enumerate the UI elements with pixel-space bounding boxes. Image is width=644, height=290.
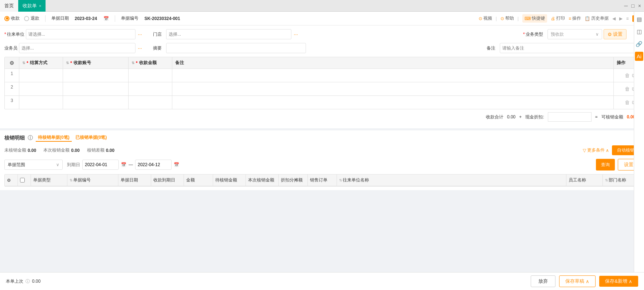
bth-gear[interactable]: ⚙ bbox=[5, 175, 18, 186]
print-btn[interactable]: 🖨 打印 bbox=[551, 15, 565, 21]
shop-more-btn[interactable]: ··· bbox=[293, 31, 299, 37]
summary-label: 摘要 bbox=[153, 45, 162, 51]
nav-prev-icon[interactable]: ◀ bbox=[612, 16, 616, 21]
sidebar-table-icon[interactable]: ▤ bbox=[635, 15, 643, 24]
business-dropdown[interactable]: 预收款 ∨ bbox=[547, 29, 602, 39]
radio-receive[interactable]: 收款 bbox=[4, 15, 20, 21]
row-1-account[interactable] bbox=[63, 69, 129, 82]
layout-list-icon[interactable]: ≡ bbox=[626, 16, 629, 21]
row-1-amount[interactable] bbox=[129, 69, 172, 82]
staff-label: 业务员 bbox=[4, 45, 17, 51]
row-1-payment[interactable] bbox=[19, 69, 63, 82]
gear-icon: ⚙ bbox=[608, 32, 612, 37]
select-all-checkbox[interactable] bbox=[20, 178, 25, 183]
query-btn[interactable]: 查询 bbox=[596, 159, 615, 171]
bth-pending: 待核销金额 bbox=[213, 175, 246, 186]
table-gear-icon[interactable]: ⚙ bbox=[9, 60, 14, 66]
video-btn[interactable]: ⊙ 视频 bbox=[479, 15, 492, 21]
btable-gear-icon[interactable]: ⚙ bbox=[7, 178, 11, 183]
range-select[interactable]: 单据范围 ∨ bbox=[4, 160, 63, 170]
shop-input[interactable] bbox=[166, 29, 291, 39]
sidebar-link-icon[interactable]: 🔗 bbox=[634, 39, 644, 49]
filter-icon: ▽ bbox=[583, 148, 586, 153]
row-2-delete-icon[interactable]: 🗑 bbox=[625, 86, 630, 92]
toolbar: 收款 退款 单据日期 2023-03-24 📅 单据编号 SK-20230324… bbox=[0, 12, 644, 26]
print-icon: 🖨 bbox=[551, 16, 555, 21]
col-amount: ⇅ * 收款金额 bbox=[129, 57, 172, 68]
tab-done[interactable]: 已核销单据(0笔) bbox=[73, 134, 109, 142]
cal-icon-to[interactable]: 📅 bbox=[174, 162, 179, 167]
tab-home[interactable]: 首页 bbox=[0, 0, 18, 12]
business-field: *业务类型 预收款 ∨ ⚙ 设置 bbox=[523, 29, 640, 39]
nav-next-icon[interactable]: ▶ bbox=[619, 16, 623, 21]
reconcile-info-icon[interactable]: ⓘ bbox=[28, 135, 33, 141]
col-payment: ⇅ * 结算方式 bbox=[19, 57, 63, 68]
operation-btn[interactable]: ≡ 操作 bbox=[569, 15, 581, 21]
bottom-table-header: ⚙ 单据类型 ⇅ 单据编号 单据日期 收款到期日 金额 待核销金额 bbox=[5, 175, 639, 186]
reconcile-section: 核销明细 ⓘ 待核销单据(0笔) 已核销单据(0笔) 未核销金额 0.00 本次… bbox=[0, 130, 644, 190]
form-row-2: 业务员 ··· 摘要 备注 bbox=[4, 43, 640, 53]
bth-partner: ⇅ 往来单位名称 bbox=[337, 175, 566, 186]
date-label: 单据日期 bbox=[51, 15, 69, 21]
row-1-delete-icon[interactable]: 🗑 bbox=[625, 72, 630, 78]
main-form: *往来单位 ··· 门店 ··· *业务类型 预收款 ∨ ⚙ 设置 业务员 ··… bbox=[0, 26, 644, 130]
staff-input[interactable] bbox=[19, 43, 136, 53]
row-3-account[interactable] bbox=[63, 96, 129, 109]
stat-this-reconcile: 本次核销金额 0.00 bbox=[43, 147, 79, 153]
business-setting-btn[interactable]: ⚙ 设置 bbox=[604, 29, 627, 39]
radio-refund[interactable]: 退款 bbox=[24, 15, 39, 21]
calendar-icon[interactable]: 📅 bbox=[103, 16, 109, 21]
sidebar-ai-icon[interactable]: Ai bbox=[635, 52, 643, 61]
partner-more-btn[interactable]: ··· bbox=[137, 31, 143, 37]
help-btn[interactable]: ⊙ 帮助 bbox=[500, 15, 514, 21]
maximize-icon[interactable]: □ bbox=[631, 3, 634, 9]
chevron-up-icon: ∧ bbox=[606, 148, 609, 153]
sidebar-doc-icon[interactable]: ◫ bbox=[635, 27, 643, 36]
minimize-icon[interactable]: ─ bbox=[624, 3, 628, 9]
row-2-payment[interactable] bbox=[19, 82, 63, 95]
cal-icon-from[interactable]: 📅 bbox=[121, 162, 126, 167]
discount-input[interactable] bbox=[548, 112, 592, 122]
more-conditions-btn[interactable]: ▽ 更多条件 ∧ bbox=[583, 147, 609, 153]
row-2-remark[interactable] bbox=[172, 82, 614, 95]
row-3-delete-icon[interactable]: 🗑 bbox=[625, 99, 630, 105]
business-label: *业务类型 bbox=[523, 31, 543, 38]
tab-current[interactable]: 收款单 × bbox=[18, 0, 46, 12]
table-row: 2 🗑 ⧉ bbox=[5, 82, 639, 96]
row-3-payment[interactable] bbox=[19, 96, 63, 109]
table-gear-cell[interactable]: ⚙ bbox=[5, 57, 19, 68]
tab-pending[interactable]: 待核销单据(0笔) bbox=[36, 134, 72, 142]
shortcut-btn[interactable]: ⌨ 快捷键 bbox=[522, 14, 547, 23]
row-3-amount[interactable] bbox=[129, 96, 172, 109]
row-2-account[interactable] bbox=[63, 82, 129, 95]
total-value: 0.00 bbox=[507, 114, 515, 119]
history-btn[interactable]: 📋 历史单据 bbox=[585, 15, 609, 21]
partner-input[interactable] bbox=[26, 29, 136, 39]
row-1-remark[interactable] bbox=[172, 69, 614, 82]
row-1-num: 1 bbox=[5, 69, 19, 82]
bth-staff: 员工名称 bbox=[566, 175, 603, 186]
equals-sign: = bbox=[595, 114, 598, 119]
bth-due: 收款到期日 bbox=[151, 175, 184, 186]
partner-label: *往来单位 bbox=[4, 31, 24, 38]
date-from-input[interactable] bbox=[82, 160, 119, 170]
date-to-input[interactable] bbox=[135, 160, 172, 170]
business-arrow-icon: ∨ bbox=[596, 32, 599, 37]
bth-order: 销售订单 bbox=[308, 175, 337, 186]
bth-date: 单据日期 bbox=[118, 175, 151, 186]
remark-input[interactable] bbox=[500, 43, 640, 53]
row-2-amount[interactable] bbox=[129, 82, 172, 95]
bth-checkbox[interactable] bbox=[18, 175, 31, 186]
tab-close-icon[interactable]: × bbox=[39, 0, 41, 12]
shop-field: 门店 ··· bbox=[146, 29, 299, 39]
right-sidebar: ▤ ◫ 🔗 Ai bbox=[634, 12, 644, 190]
summary-input[interactable] bbox=[166, 43, 306, 53]
due-label: 到期日 bbox=[67, 162, 80, 168]
row-3-num: 3 bbox=[5, 96, 19, 109]
close-window-icon[interactable]: × bbox=[638, 3, 641, 9]
stat-unreconciled: 未核销金额 0.00 bbox=[4, 147, 36, 153]
window-controls: ─ □ × bbox=[624, 3, 644, 9]
receipt-table: ⚙ ⇅ * 结算方式 ⇅ * 收款账号 ⇅ * 收款金额 备注 操作 bbox=[4, 57, 640, 109]
row-3-remark[interactable] bbox=[172, 96, 614, 109]
staff-more-btn[interactable]: ··· bbox=[137, 45, 143, 51]
